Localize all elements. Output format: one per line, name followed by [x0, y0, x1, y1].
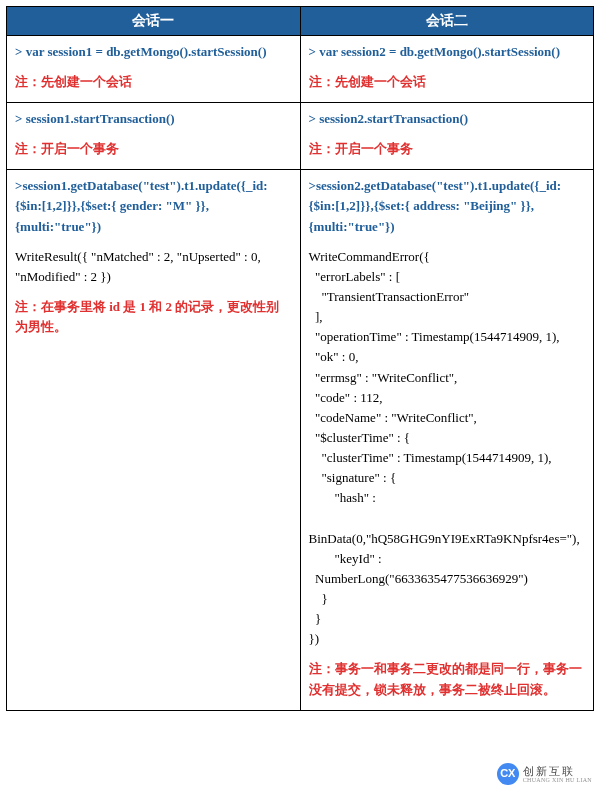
comparison-table: 会话一 会话二 > var session1 = db.getMongo().s…	[6, 6, 594, 711]
cell-row2-right: > session2.startTransaction() 注：开启一个事务	[300, 102, 594, 169]
code-command: >session2.getDatabase("test").t1.update(…	[309, 176, 586, 236]
table-row: > session1.startTransaction() 注：开启一个事务 >…	[7, 102, 594, 169]
cell-row3-left: >session1.getDatabase("test").t1.update(…	[7, 170, 301, 711]
annotation: 注：事务一和事务二更改的都是同一行，事务一没有提交，锁未释放，事务二被终止回滚。	[309, 659, 586, 699]
code-command: > var session2 = db.getMongo().startSess…	[309, 42, 586, 62]
header-session1: 会话一	[7, 7, 301, 36]
comparison-table-container: 会话一 会话二 > var session1 = db.getMongo().s…	[0, 0, 600, 711]
watermark-text: 创新互联 CHUANG XIN HU LIAN	[523, 766, 592, 783]
annotation: 注：先创建一个会话	[309, 72, 586, 92]
code-command: > var session1 = db.getMongo().startSess…	[15, 42, 292, 62]
annotation: 注：开启一个事务	[309, 139, 586, 159]
annotation: 注：开启一个事务	[15, 139, 292, 159]
annotation: 注：在事务里将 id 是 1 和 2 的记录，更改性别为男性。	[15, 297, 292, 337]
cell-row3-right: >session2.getDatabase("test").t1.update(…	[300, 170, 594, 711]
cell-row1-right: > var session2 = db.getMongo().startSess…	[300, 35, 594, 102]
watermark-cn: 创新互联	[523, 766, 592, 777]
watermark-logo-icon: CX	[497, 763, 519, 785]
table-row: > var session1 = db.getMongo().startSess…	[7, 35, 594, 102]
watermark-en: CHUANG XIN HU LIAN	[523, 777, 592, 783]
annotation: 注：先创建一个会话	[15, 72, 292, 92]
code-output: WriteCommandError({ "errorLabels" : [ "T…	[309, 247, 586, 650]
code-command: > session1.startTransaction()	[15, 109, 292, 129]
cell-row1-left: > var session1 = db.getMongo().startSess…	[7, 35, 301, 102]
code-command: > session2.startTransaction()	[309, 109, 586, 129]
code-command: >session1.getDatabase("test").t1.update(…	[15, 176, 292, 236]
watermark: CX 创新互联 CHUANG XIN HU LIAN	[497, 763, 592, 785]
table-row: >session1.getDatabase("test").t1.update(…	[7, 170, 594, 711]
cell-row2-left: > session1.startTransaction() 注：开启一个事务	[7, 102, 301, 169]
code-output: WriteResult({ "nMatched" : 2, "nUpserted…	[15, 247, 292, 287]
header-session2: 会话二	[300, 7, 594, 36]
